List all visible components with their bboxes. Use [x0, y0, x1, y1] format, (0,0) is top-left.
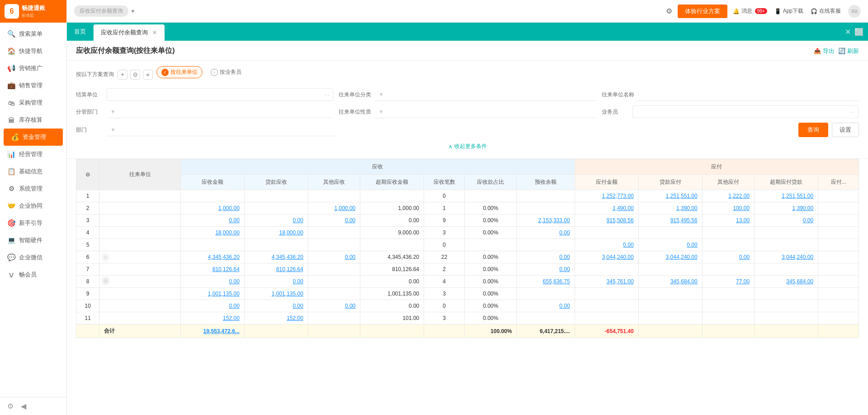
staff-scheme-icon: ○	[211, 69, 218, 76]
app-download-btn[interactable]: 📱 App下载	[774, 7, 803, 15]
sidebar-item-member[interactable]: V 畅会员	[0, 266, 66, 283]
notifications-btn[interactable]: 🔔 消息 99+	[733, 7, 767, 15]
bell-icon: 🔔	[733, 8, 740, 14]
user-avatar[interactable]: Rit	[848, 5, 861, 18]
partner-nature-input[interactable]: ▼	[375, 105, 596, 118]
user-initial: Rit	[851, 9, 857, 14]
sidebar-item-search[interactable]: 🔍 搜索菜单	[0, 25, 66, 43]
sidebar-item-marketing[interactable]: 📢 营销推广	[0, 60, 66, 77]
tab-home[interactable]: 首页	[67, 23, 94, 41]
table-cell: 1,490.00	[575, 202, 638, 215]
table-cell	[244, 190, 308, 202]
edit-scheme-btn[interactable]: ⊙	[130, 70, 140, 80]
sidebar-item-wechat[interactable]: 💬 企业微信	[0, 249, 66, 266]
filter-field-dept: 分管部门 ▼	[76, 105, 333, 118]
partner-scheme-icon: ✓	[161, 69, 169, 76]
guide-icon: 🎯	[7, 219, 15, 227]
settings-filter-button[interactable]: 设置	[832, 123, 859, 137]
tab-close-icon[interactable]: ✕	[152, 29, 157, 36]
table-cell: 0.00	[702, 251, 754, 263]
table-cell: 4	[76, 227, 99, 239]
sidebar-item-operation[interactable]: 📊 经营管理	[0, 146, 66, 163]
table-cell: 915,495.56	[638, 215, 702, 227]
sidebar-item-inventory[interactable]: 🏛 库存核算	[0, 111, 66, 129]
partner-name-input[interactable]	[638, 88, 859, 101]
close-window-btn[interactable]: ✕	[845, 28, 851, 36]
collapse-filter-btn[interactable]: ∧ 收起更多条件	[76, 140, 859, 153]
sidebar-item-hardware[interactable]: 💻 智能硬件	[0, 232, 66, 249]
marketing-icon: 📢	[7, 64, 15, 72]
table-cell	[702, 300, 754, 312]
collapse-scheme-btn[interactable]: «	[143, 70, 153, 80]
table-row: 11152.00152.00101.0030.00%	[76, 312, 859, 324]
member-icon: V	[7, 271, 15, 279]
dept-input[interactable]: ▼	[107, 105, 333, 118]
table-cell	[360, 239, 424, 251]
filter-tabs: 按以下方案查询 + ⊙ « ✓ 按往来单位 ○ 按业务员	[76, 66, 859, 83]
header-actions: 🔔 消息 99+ 📱 App下载 🎧 在线客服 Rit	[733, 5, 861, 18]
app-name: 畅捷通账	[22, 4, 45, 12]
col-ap-loan: 贷款应付	[638, 175, 702, 190]
sidebar-item-guide[interactable]: 🎯 新手引导	[0, 215, 66, 232]
sidebar-item-purchase[interactable]: 🛍 采购管理	[0, 94, 66, 111]
table-settings-icon[interactable]: ⚙	[76, 159, 99, 190]
add-scheme-btn[interactable]: +	[118, 70, 127, 80]
table-cell: 9	[424, 215, 465, 227]
table-cell	[818, 276, 859, 288]
sidebar-item-finance[interactable]: 💰 资金管理	[4, 129, 63, 146]
table-cell: 0.00	[517, 251, 575, 263]
table-cell: 18,000.00	[244, 227, 308, 239]
table-cell	[517, 312, 575, 324]
table-body: 101,252,773.001,251,551.001,222.001,251,…	[76, 190, 859, 324]
scheme-by-partner[interactable]: ✓ 按往来单位	[156, 66, 203, 78]
sidebar-item-sales[interactable]: 💼 销售管理	[0, 77, 66, 94]
export-button[interactable]: 📤 导出	[814, 47, 835, 55]
sidebar-item-shortcut[interactable]: 🏠 快捷导航	[0, 43, 66, 60]
department-input[interactable]: ▼	[107, 124, 335, 136]
dept-label: 分管部门	[76, 108, 103, 116]
table-cell	[818, 239, 859, 251]
logo-icon: 6	[5, 4, 19, 19]
online-service-btn[interactable]: 🎧 在线客服	[811, 7, 841, 15]
tab-balance-query[interactable]: 应收应付余额查询 ✕	[94, 24, 165, 41]
total-ap-overdue	[755, 324, 818, 338]
sidebar-item-system[interactable]: ⚙ 系统管理	[0, 180, 66, 197]
sales-icon: 💼	[7, 81, 15, 90]
collapse-sidebar-btn[interactable]: ◀	[21, 402, 26, 410]
table-cell: 0.00	[308, 300, 360, 312]
settings-bottom-btn[interactable]: ⚙	[7, 402, 14, 410]
trial-button[interactable]: 体验行业方案	[678, 5, 727, 18]
table-cell: 10	[76, 300, 99, 312]
chevron-down-icon-2: ▼	[378, 91, 384, 98]
table-cell: 1,390.00	[638, 202, 702, 215]
table-cell	[308, 288, 360, 300]
table-cell	[818, 190, 859, 202]
sidebar-menu: 🔍 搜索菜单 🏠 快捷导航 📢 营销推广 💼 销售管理 🛍 采购管理 🏛 库存核…	[0, 23, 66, 397]
table-cell: 345,761.00	[575, 276, 638, 288]
scheme-by-staff[interactable]: ○ 按业务员	[206, 66, 246, 78]
settlement-unit-input[interactable]: ···	[107, 88, 333, 101]
table-cell	[99, 202, 181, 215]
sidebar-item-basic[interactable]: 📋 基础信息	[0, 163, 66, 180]
salesperson-input[interactable]: ···	[632, 105, 859, 118]
gear-icon[interactable]: ⚙	[666, 7, 672, 15]
chevron-down-icon[interactable]: ▼	[130, 8, 136, 14]
table-cell: 0.00%	[465, 288, 517, 300]
total-prepaid: 6,417,215....	[517, 324, 575, 338]
partner-category-input[interactable]: ▼	[375, 88, 596, 101]
table-area[interactable]: ⚙ 往来单位 应收 应付 应收金额 贷款应收 其他应收 超期应收金额 应收笔数 …	[67, 159, 868, 415]
refresh-button[interactable]: 🔄 刷新	[838, 47, 859, 55]
total-ap-more	[818, 324, 859, 338]
query-button[interactable]: 查询	[798, 123, 828, 137]
maximize-btn[interactable]: ⬜	[854, 28, 863, 36]
finance-icon: 💰	[11, 133, 19, 141]
purchase-icon: 🛍	[7, 99, 15, 107]
table-cell	[575, 227, 638, 239]
table-cell: 0	[424, 300, 465, 312]
sidebar-item-collab[interactable]: 🤝 企业协同	[0, 197, 66, 215]
table-cell	[818, 202, 859, 215]
chevron-down-icon-4: ▼	[378, 109, 384, 115]
table-cell: 0.00%	[465, 215, 517, 227]
table-cell: 6	[76, 251, 99, 263]
table-cell: 7	[76, 263, 99, 276]
